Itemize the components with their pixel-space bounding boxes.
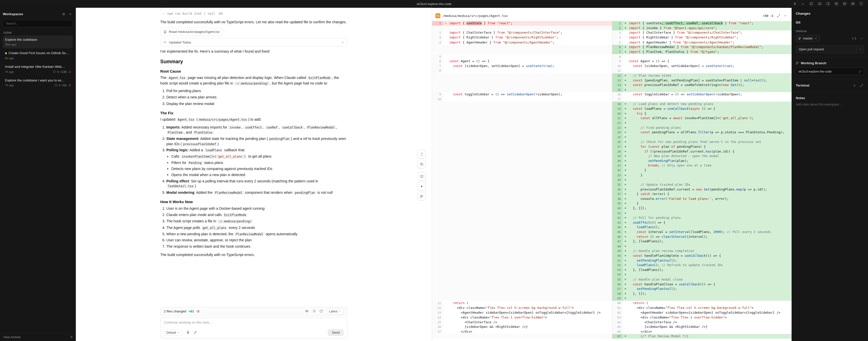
history-button[interactable] (318, 308, 324, 314)
unfold-button[interactable] (417, 150, 426, 158)
diff-marker: + (623, 192, 628, 196)
expand-button[interactable] (859, 83, 864, 88)
terminal-section-header[interactable]: Terminal (796, 83, 864, 88)
tool-call[interactable]: Read medusa/src/pages/Agent.tsx (160, 28, 223, 36)
notes-section-header[interactable]: Notes (796, 96, 864, 100)
collapsed-tool-call[interactable]: npm run build 2>&1 | tail -80 (160, 12, 347, 16)
pen-icon[interactable] (859, 70, 862, 73)
plus-button[interactable] (852, 83, 857, 88)
inline-code: useCallback (281, 125, 304, 129)
old-line-number (432, 225, 443, 230)
diff-marker (443, 244, 448, 249)
paperclip-button[interactable] (185, 329, 191, 335)
old-line-number (432, 154, 443, 159)
old-code (448, 130, 612, 135)
text: User can review, annotate, approve, or r… (166, 238, 252, 242)
workspace-item[interactable]: Create Good First Issues on Github So…6h… (3, 49, 73, 62)
git-branch-button[interactable] (417, 192, 426, 200)
diff-marker: + (623, 173, 628, 178)
workspace-item[interactable]: Explore the codebase35m ago (3, 35, 73, 48)
panel-bottom-button[interactable] (816, 1, 823, 7)
new-code (628, 121, 792, 125)
play-button[interactable] (417, 182, 426, 190)
old-line-number (432, 140, 443, 145)
new-code: return ( (628, 301, 792, 306)
new-code (628, 273, 792, 277)
working-branch-input[interactable] (798, 70, 857, 73)
send-button[interactable]: Send (328, 329, 344, 336)
old-line-number (432, 235, 443, 239)
rows-icon (851, 2, 855, 6)
new-code: <ChatInterface /> (628, 320, 792, 324)
old-code: <AgentHeader sidebarOpen={sidebarOpen} o… (448, 310, 612, 315)
more-button[interactable] (859, 36, 864, 41)
bullet-item: Filters for Pending status plans (171, 160, 347, 165)
new-code (628, 211, 792, 216)
new-line-number: 44 (612, 225, 623, 230)
git-branch-icon (798, 37, 801, 40)
bullet-item: Opens the modal when a new plan is detec… (171, 172, 347, 178)
maximize-button[interactable] (857, 1, 864, 7)
open-pr-button[interactable]: Open pull request (796, 45, 864, 53)
new-code: for (const plan of pendingPlans) { (628, 145, 792, 149)
branch-selector[interactable]: master (796, 35, 820, 42)
diff-marker (443, 296, 448, 301)
panel-left-button[interactable] (808, 1, 815, 7)
notes-input[interactable] (796, 103, 864, 114)
eye-button[interactable] (303, 308, 310, 314)
app-window: vk/3ccf-explore-the-code Workspaces Acti… (0, 0, 868, 341)
diff-marker (443, 78, 448, 83)
model-selector[interactable]: Default (164, 329, 182, 335)
pause-button[interactable] (791, 1, 798, 7)
deletions-count: -3 (196, 309, 199, 313)
diff-marker (443, 216, 448, 220)
columns-button[interactable] (841, 1, 848, 7)
diff-marker (623, 68, 628, 73)
old-line-number (432, 45, 443, 50)
chevron-down-icon (162, 12, 165, 15)
copy-button[interactable] (417, 160, 426, 168)
rows-button[interactable] (849, 1, 856, 7)
diff-marker (443, 258, 448, 263)
latest-dropdown[interactable]: Latest (327, 308, 344, 314)
diff-marker (623, 310, 628, 315)
diff-marker: + (623, 178, 628, 182)
list-item: User is on the Agent page with a Docker-… (166, 206, 347, 212)
files-changed-bar[interactable]: 2 files changed +61 -3 Latest (160, 307, 347, 315)
grid-button[interactable] (833, 1, 840, 7)
search-input[interactable] (3, 20, 73, 27)
diff-marker (623, 35, 628, 40)
tool-call[interactable]: Updated Todos (160, 38, 347, 46)
list-button[interactable] (311, 308, 317, 314)
chat-scroll-area[interactable]: npm run build 2>&1 | tail -80The build c… (76, 8, 432, 307)
monitor-button[interactable] (417, 172, 426, 180)
old-line-number (432, 121, 443, 125)
pr-dropdown-toggle[interactable] (856, 47, 864, 52)
plus-button[interactable] (68, 12, 73, 17)
archive-count: 0 (71, 335, 72, 339)
workspace-item[interactable]: Install and integrate Vibe Kanban Web…7h… (3, 62, 73, 75)
list-item: Imports: Added necessary imports for inv… (166, 125, 347, 135)
settings-button[interactable] (61, 12, 66, 17)
old-line-number (432, 116, 443, 121)
message-input-box[interactable]: Default Send (160, 317, 347, 338)
diff-file-header[interactable]: TS /medusa/medusa/src/pages/Agent.tsx +5… (435, 12, 788, 19)
message-input[interactable] (164, 320, 344, 326)
chevron-down-button[interactable] (782, 13, 788, 19)
new-line-number: 11 (612, 68, 623, 73)
expand-button[interactable] (776, 13, 782, 19)
panel-right-button[interactable] (824, 1, 831, 7)
workspace-stats: 2+61-3 (54, 84, 70, 87)
panel-bottom-icon (818, 2, 821, 6)
diff-marker: + (623, 130, 628, 135)
open-pr-label: Open pull request (799, 48, 824, 51)
new-code: return () => clearInterval(interval); (628, 235, 792, 239)
workspace-item[interactable]: Explore the codebase I want you to ex…7h… (3, 76, 73, 89)
view-archive-row[interactable]: View Archive 0 (0, 333, 76, 341)
old-line-number (432, 296, 443, 301)
diff-marker (443, 68, 448, 73)
terminal-button[interactable] (799, 1, 807, 7)
pen-button[interactable] (192, 329, 198, 335)
diff-row: 3import { RightSidebar } from "@/compone… (432, 35, 792, 40)
diff-marker: + (623, 83, 628, 88)
